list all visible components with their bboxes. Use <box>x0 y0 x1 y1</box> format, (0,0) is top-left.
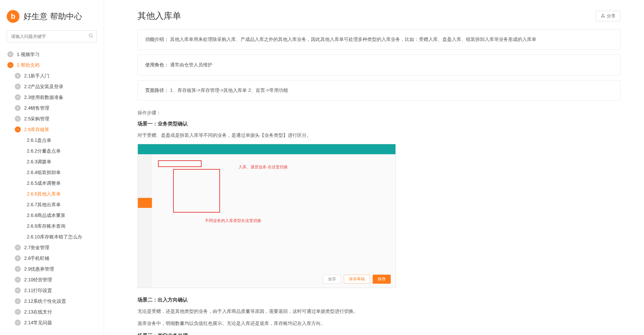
page-title: 其他入库单 <box>138 10 181 22</box>
path-text: 1、库存核算->库存管理->其他入库单 2、首页->常用功能 <box>170 88 288 93</box>
screenshot-placeholder: 入库、退货业务 在这里切换 不同业务的入库类型在这里切换 放弃 保存草稿 保存 <box>138 144 396 288</box>
intro-box: 功能介绍：其他入库单用来处理除采购入库、产成品入库之外的其他入库业务，因此其他入… <box>138 29 621 50</box>
plus-icon: + <box>15 116 21 122</box>
title-row: 其他入库单 分享 <box>138 10 621 22</box>
nav-item-2-6-4[interactable]: 2.6.4组装拆卸单 <box>7 167 97 178</box>
main-content: 其他入库单 分享 功能介绍：其他入库单用来处理除采购入库、产成品入库之外的其他入… <box>104 0 644 335</box>
nav-item-2-6-10[interactable]: 2.6.10库存账本错了怎么办 <box>7 231 97 242</box>
nav-item-2-6-6[interactable]: 2.6.6其他入库单 <box>7 188 97 199</box>
plus-icon: + <box>15 320 21 326</box>
nav-item-2-13[interactable]: +2.13在线支付 <box>7 306 97 317</box>
sidebar: b 好生意 帮助中心 +1.视频学习 −2.帮助文档 +2.1新手入门 +2.2… <box>0 0 104 335</box>
scene2-p1: 无论是受赠，还是其他类型的业务，由于入库商品质量等原因，需要退回，这时可通过单据… <box>138 306 621 316</box>
plus-icon: + <box>7 51 13 57</box>
nav-item-2-12[interactable]: +2.12系统个性化设置 <box>7 296 97 306</box>
scene2-title: 场景二：出入方向确认 <box>138 297 621 303</box>
plus-icon: + <box>15 83 21 90</box>
nav-item-2-7[interactable]: +2.7资金管理 <box>7 242 97 253</box>
annotation-text-2: 不同业务的入库类型在这里切换 <box>205 218 261 224</box>
content-block: 操作步骤： 场景一：业务类型确认 对于受赠、盘盈或是拆装入库等不同的业务，是通过… <box>138 110 621 335</box>
path-label: 页面路径： <box>145 88 169 93</box>
nav-item-2-6-9[interactable]: 2.6.9库存账本查询 <box>7 221 97 231</box>
nav-item-2-6-5[interactable]: 2.6.5成本调整单 <box>7 178 97 188</box>
shot-btn-cancel: 放弃 <box>323 275 341 284</box>
search-wrap <box>7 30 97 42</box>
nav-item-2-6-1[interactable]: 2.6.1盘点单 <box>7 135 97 146</box>
plus-icon: + <box>15 244 21 250</box>
plus-icon: + <box>15 105 21 111</box>
nav-item-2-10[interactable]: +2.10经营管理 <box>7 274 97 285</box>
nav-tree: +1.视频学习 −2.帮助文档 +2.1新手入门 +2.2产品安装及登录 +2.… <box>7 49 97 328</box>
path-box: 页面路径：1、库存核算->库存管理->其他入库单 2、首页->常用功能 <box>138 80 621 101</box>
nav-item-2-6-7[interactable]: 2.6.7其他出库单 <box>7 199 97 210</box>
nav-item-2-9[interactable]: +2.9优惠券管理 <box>7 264 97 274</box>
nav-item-2-1[interactable]: +2.1新手入门 <box>7 70 97 81</box>
plus-icon: + <box>15 94 21 100</box>
role-text: 通常由仓管人员维护 <box>170 62 212 67</box>
plus-icon: + <box>15 298 21 304</box>
nav-item-2-2[interactable]: +2.2产品安装及登录 <box>7 81 97 92</box>
svg-point-0 <box>89 34 92 37</box>
nav-item-2-6-2[interactable]: 2.6.2分量盘点单 <box>7 146 97 156</box>
nav-item-2-11[interactable]: +2.11打印设置 <box>7 285 97 296</box>
nav-item-2-3[interactable]: +2.3使用前数据准备 <box>7 92 97 103</box>
plus-icon: + <box>15 266 21 272</box>
search-icon[interactable] <box>89 33 94 39</box>
nav-item-2-6[interactable]: −2.6库存核算 <box>7 124 97 135</box>
role-box: 使用角色：通常由仓管人员维护 <box>138 55 621 75</box>
intro-label: 功能介绍： <box>145 37 169 42</box>
shot-btn-draft: 保存草稿 <box>344 275 370 284</box>
brand-row: b 好生意 帮助中心 <box>7 10 97 23</box>
scene3-title: 场景三：其它业务处理 <box>138 333 621 335</box>
nav-item-2-6-8[interactable]: 2.6.8商品成本重算 <box>7 210 97 221</box>
share-label: 分享 <box>607 13 615 19</box>
nav-item-2-5[interactable]: +2.5采购管理 <box>7 113 97 124</box>
role-label: 使用角色： <box>145 62 169 67</box>
annotation-box-1 <box>158 160 202 167</box>
nav-item-video[interactable]: +1.视频学习 <box>7 49 97 60</box>
plus-icon: + <box>15 277 21 283</box>
minus-icon: − <box>7 62 13 68</box>
scene1-title: 场景一：业务类型确认 <box>138 121 621 127</box>
svg-line-1 <box>92 36 93 38</box>
minus-icon: − <box>15 126 21 132</box>
screenshot-topbar <box>138 144 395 154</box>
share-icon <box>601 13 605 19</box>
nav-item-2-6-3[interactable]: 2.6.3调拨单 <box>7 156 97 167</box>
search-input[interactable] <box>7 30 97 42</box>
nav-item-2-4[interactable]: +2.4销售管理 <box>7 103 97 113</box>
plus-icon: + <box>15 287 21 293</box>
share-button[interactable]: 分享 <box>596 11 621 21</box>
nav-item-2-14[interactable]: +2.14常见问题 <box>7 317 97 328</box>
annotation-text-1: 入库、退货业务 在这里切换 <box>238 164 288 170</box>
steps-label: 操作步骤： <box>138 110 621 116</box>
plus-icon: + <box>15 309 21 315</box>
screenshot-footer: 放弃 保存草稿 保存 <box>323 275 391 284</box>
nav-item-docs[interactable]: −2.帮助文档 <box>7 60 97 70</box>
screenshot-sidebar <box>138 154 152 288</box>
logo-icon: b <box>7 10 19 23</box>
nav-item-2-8[interactable]: +2.8手机旺铺 <box>7 253 97 264</box>
shot-btn-save: 保存 <box>373 275 391 284</box>
plus-icon: + <box>15 255 21 261</box>
intro-text: 其他入库单用来处理除采购入库、产成品入库之外的其他入库业务，因此其他入库单可处理… <box>170 37 536 42</box>
annotation-box-2 <box>173 169 220 213</box>
brand-title: 好生意 帮助中心 <box>23 11 82 22</box>
scene1-text: 对于受赠、盘盈或是拆装入库等不同的业务，是通过单据头【业务类型】进行区分。 <box>138 130 621 140</box>
plus-icon: + <box>15 73 21 79</box>
scene2-p2: 退库业务中，明细数量均以负值红色展示。无论是入库还是退库，库存账均记在入库方向。 <box>138 319 621 328</box>
